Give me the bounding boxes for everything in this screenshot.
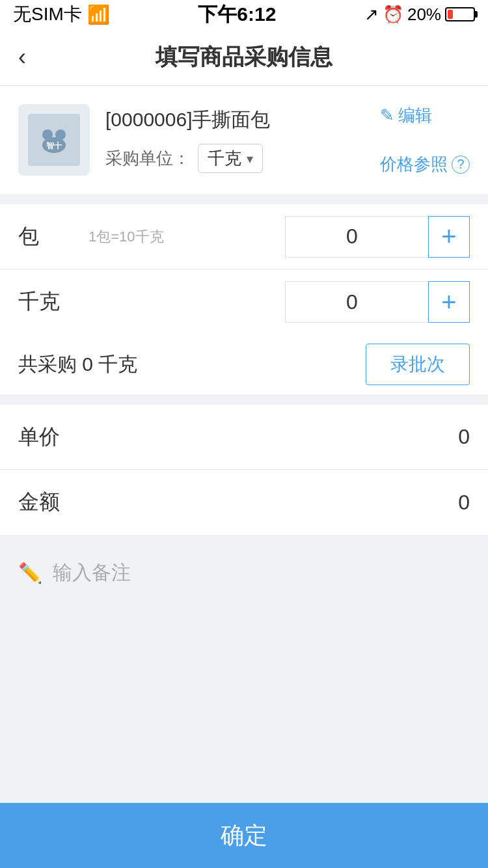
bag-quantity-input[interactable] [285, 216, 428, 258]
confirm-button[interactable]: 确定 [0, 803, 488, 868]
kg-input-row: 千克 + [0, 269, 488, 334]
spacer [0, 605, 488, 826]
carrier-label: 无SIM卡 [13, 2, 82, 27]
dropdown-arrow-icon: ▾ [247, 151, 253, 167]
note-section[interactable]: ✏️ 输入备注 [0, 540, 488, 605]
battery-percent: 20% [407, 5, 441, 25]
kg-plus-icon: + [441, 288, 456, 317]
product-logo-icon: 智十 [34, 120, 74, 159]
unit-label: 采购单位： [105, 147, 190, 170]
status-left: 无SIM卡 📶 [13, 2, 110, 27]
input-section: 包 1包=10千克 + 千克 + [0, 204, 488, 334]
bag-plus-icon: + [441, 222, 456, 251]
note-placeholder: 输入备注 [53, 560, 131, 586]
alarm-icon: ⏰ [383, 5, 403, 25]
kg-input-right: + [285, 281, 470, 323]
battery-icon [445, 7, 475, 21]
nav-bar: ‹ 填写商品采购信息 [0, 29, 488, 86]
price-section: 单价 0 金额 0 [0, 405, 488, 540]
amount-label: 金额 [18, 488, 60, 517]
status-right: ↗ ⏰ 20% [364, 5, 475, 25]
product-name: [0000006]手撕面包 [105, 107, 364, 133]
edit-icon: ✎ [380, 105, 394, 126]
total-label: 共采购 0 千克 [18, 351, 137, 378]
product-thumbnail: 智十 [18, 104, 90, 176]
confirm-button-label: 确定 [221, 820, 267, 852]
product-right: ✎ 编辑 价格参照 ? [380, 104, 470, 176]
section-divider-2 [0, 400, 488, 405]
batch-button[interactable]: 录批次 [366, 344, 470, 385]
kg-plus-button[interactable]: + [428, 281, 470, 323]
unit-selector[interactable]: 千克 ▾ [198, 144, 263, 173]
unit-price-label: 单价 [18, 423, 60, 452]
price-ref-label: 价格参照 [380, 153, 448, 176]
edit-button[interactable]: ✎ 编辑 [380, 104, 432, 127]
unit-price-value: 0 [458, 425, 470, 449]
status-bar: 无SIM卡 📶 下午6:12 ↗ ⏰ 20% [0, 0, 488, 29]
unit-value: 千克 [208, 147, 241, 170]
bag-sublabel: 1包=10千克 [88, 227, 164, 247]
total-row: 共采购 0 千克 录批次 [0, 334, 488, 400]
location-icon: ↗ [364, 5, 379, 25]
pencil-icon: ✏️ [18, 562, 42, 584]
product-unit-row: 采购单位： 千克 ▾ [105, 144, 364, 173]
bag-input-row: 包 1包=10千克 + [0, 204, 488, 269]
bag-label: 包 [18, 223, 83, 251]
product-info: [0000006]手撕面包 采购单位： 千克 ▾ [105, 107, 364, 173]
svg-text:智十: 智十 [46, 141, 62, 150]
bag-plus-button[interactable]: + [428, 216, 470, 258]
section-divider-1 [0, 199, 488, 204]
help-icon: ? [452, 156, 470, 174]
back-arrow-icon: ‹ [18, 44, 26, 71]
kg-quantity-input[interactable] [285, 281, 428, 323]
price-ref-button[interactable]: 价格参照 ? [380, 153, 470, 176]
edit-label: 编辑 [398, 104, 432, 127]
status-time: 下午6:12 [198, 1, 276, 28]
batch-button-label: 录批次 [390, 352, 445, 377]
amount-row: 金额 0 [0, 470, 488, 535]
back-button[interactable]: ‹ [18, 44, 26, 71]
page-title: 填写商品采购信息 [156, 42, 332, 72]
bag-input-right: + [285, 216, 470, 258]
kg-label: 千克 [18, 288, 83, 316]
wifi-icon: 📶 [87, 4, 110, 25]
product-card: 智十 [0000006]手撕面包 采购单位： 千克 ▾ ✎ 编辑 价格参照 ? [0, 86, 488, 199]
amount-value: 0 [458, 491, 470, 515]
unit-price-row: 单价 0 [0, 405, 488, 470]
